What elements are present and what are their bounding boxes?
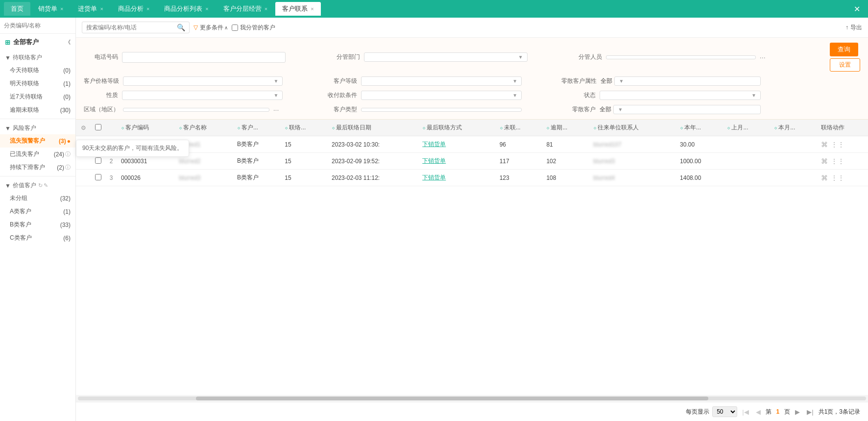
row-overdue-2: 108 (542, 170, 589, 186)
export-button[interactable]: ↑ 导出 (845, 24, 862, 32)
col-type[interactable]: ⬦客户... (233, 120, 281, 136)
col-overdue[interactable]: ⬦逾期... (542, 120, 589, 136)
row-last-method-0[interactable]: 下销货单 (418, 136, 495, 153)
col-this-year[interactable]: ⬦本年... (676, 120, 723, 136)
tab-product-analysis-close[interactable]: × (146, 6, 149, 12)
page-next-next[interactable]: ▶| (805, 407, 815, 417)
col-last-date-sort: ⬦ (332, 124, 335, 131)
my-customers-check[interactable] (232, 25, 238, 31)
filter-customer-level-select[interactable]: ▼ (361, 76, 522, 86)
col-this-month[interactable]: ⬦本月... (770, 120, 817, 136)
row-action-0: ⌘ ⋮⋮ (817, 136, 868, 153)
row-method-link-2[interactable]: 下销货单 (422, 174, 446, 181)
filter-settings-button[interactable]: 设置 (830, 58, 860, 72)
row-check-1[interactable] (95, 157, 101, 164)
col-unit-contact[interactable]: ⬦往来单位联系人 (589, 120, 676, 136)
filter-status-select[interactable]: ▼ (600, 91, 760, 100)
tab-home[interactable]: 首页 (4, 2, 30, 16)
filter-payment-select[interactable]: ▼ (361, 91, 522, 100)
tab-purchase-close[interactable]: × (100, 6, 103, 12)
tab-product-list[interactable]: 商品分析列表 × (157, 2, 215, 16)
window-close-button[interactable]: ✕ (850, 2, 864, 16)
tab-product-list-close[interactable]: × (205, 6, 208, 12)
row-method-link-0[interactable]: 下销货单 (422, 141, 446, 148)
action-contact-2[interactable]: ⌘ (821, 174, 828, 182)
tab-customer-layer-close[interactable]: × (265, 6, 267, 12)
col-contact[interactable]: ⬦联络... (281, 120, 328, 136)
row-method-link-1[interactable]: 下销货单 (422, 157, 446, 164)
row-unit-contact-0: blurred107 (589, 136, 676, 153)
action-contact-0[interactable]: ⌘ (821, 141, 828, 149)
tab-product-analysis[interactable]: 商品分析 × (111, 2, 156, 16)
col-code[interactable]: ⬦客户编码 (117, 120, 175, 136)
filter-sparse-attr-select[interactable]: ▼ (614, 76, 760, 86)
tab-sales[interactable]: 销货单 × (31, 2, 70, 16)
col-name[interactable]: ⬦客户名称 (175, 120, 233, 136)
section-risk[interactable]: ▼ 风险客户 (0, 121, 75, 134)
filter-sparse-select[interactable]: ▼ (613, 105, 760, 114)
my-customers-checkbox[interactable]: 我分管的客户 (232, 24, 275, 32)
sidebar-item-declining[interactable]: 持续下滑客户 (2) ⓘ (0, 161, 75, 174)
filter-status-label: 状态 (561, 91, 596, 99)
row-action-2: ⌘ ⋮⋮ (817, 170, 868, 186)
action-more-1[interactable]: ⋮⋮ (831, 157, 844, 165)
tab-customer-layer[interactable]: 客户分层经营 × (217, 2, 274, 16)
value-settings-icon[interactable]: ✎ (44, 182, 48, 189)
col-last-date[interactable]: ⬦最后联络日期 (328, 120, 418, 136)
tab-sales-close[interactable]: × (60, 6, 63, 12)
sidebar-item-churn-warning[interactable]: 流失预警客户 (3) ● (0, 134, 75, 148)
row-last-method-2[interactable]: 下销货单 (418, 170, 495, 186)
per-page-select[interactable]: 50 100 200 (712, 406, 737, 417)
action-more-0[interactable]: ⋮⋮ (831, 141, 844, 149)
main-search-input[interactable] (86, 24, 177, 31)
sidebar-item-class-b[interactable]: B类客户 (33) (0, 218, 75, 231)
sidebar-item-churned[interactable]: 已流失客户 (24) ⓘ (0, 148, 75, 161)
page-prev-prev[interactable]: |◀ (740, 407, 750, 417)
tab-customer-contact-close[interactable]: × (311, 6, 313, 12)
section-pending[interactable]: ▼ 待联络客户 (0, 50, 75, 64)
sidebar-item-class-c[interactable]: C类客户 (6) (0, 231, 75, 245)
sidebar-item-tomorrow[interactable]: 明天待联络 (1) (0, 77, 75, 90)
sidebar-root[interactable]: ⊞ 全部客户 《 (0, 34, 75, 50)
filter-customer-type-select[interactable] (361, 108, 522, 112)
filter-nature-select[interactable]: ▼ (122, 91, 283, 100)
filter-region-select[interactable] (123, 108, 269, 112)
tab-purchase[interactable]: 进货单 × (71, 2, 110, 16)
sidebar-item-class-a[interactable]: A类客户 (1) (0, 205, 75, 218)
col-not-contacted[interactable]: ⬦未联... (496, 120, 543, 136)
query-button[interactable]: 查询 (830, 43, 858, 56)
sidebar-search-input[interactable] (4, 22, 76, 29)
page-prev[interactable]: ◀ (754, 407, 763, 417)
action-contact-1[interactable]: ⌘ (821, 157, 828, 165)
action-more-2[interactable]: ⋮⋮ (831, 174, 844, 182)
main-search-button[interactable]: 🔍 (177, 24, 185, 31)
sidebar-item-ungrouped[interactable]: 未分组 (32) (0, 192, 75, 205)
row-checkbox-2[interactable] (91, 170, 105, 186)
filter-region-more[interactable]: ··· (269, 106, 283, 114)
filter-phone-input[interactable] (122, 52, 286, 63)
scroll-thumb[interactable] (196, 396, 708, 400)
filter-manager-more[interactable]: ··· (756, 53, 770, 61)
sidebar-item-today[interactable]: 今天待联络 (0) (0, 64, 75, 77)
more-filter-label: 更多条件 (200, 24, 223, 32)
filter-price-level-select[interactable]: ▼ (123, 76, 283, 86)
more-filter-btn[interactable]: ▽ 更多条件 ∧ (193, 24, 228, 32)
row-check-2[interactable] (95, 174, 101, 180)
value-refresh-icon[interactable]: ↻ (38, 182, 43, 189)
select-all-checkbox[interactable] (95, 124, 101, 130)
page-next[interactable]: ▶ (793, 407, 802, 417)
sidebar-item-7days[interactable]: 近7天待联络 (0) (0, 90, 75, 103)
row-last-method-1[interactable]: 下销货单 (418, 153, 495, 170)
filter-dept-select[interactable]: ▼ (364, 52, 528, 62)
col-last-month[interactable]: ⬦上月... (723, 120, 770, 136)
col-checkbox[interactable] (91, 120, 105, 136)
horizontal-scrollbar[interactable] (76, 395, 868, 402)
filter-manager-select[interactable] (606, 55, 756, 59)
tab-customer-contact[interactable]: 客户联系 × (275, 2, 320, 16)
col-settings[interactable]: ⚙ (76, 120, 91, 136)
sidebar-item-overdue[interactable]: 逾期未联络 (30) (0, 103, 75, 117)
filter-customer-level-label: 客户等级 (323, 77, 357, 85)
section-value[interactable]: ▼ 价值客户 ↻ ✎ (0, 178, 75, 192)
table-body: 1 000011 blurred1 B类客户 15 2023-03-02 10:… (76, 136, 868, 186)
col-last-method[interactable]: ⬦最后联络方式 (418, 120, 495, 136)
